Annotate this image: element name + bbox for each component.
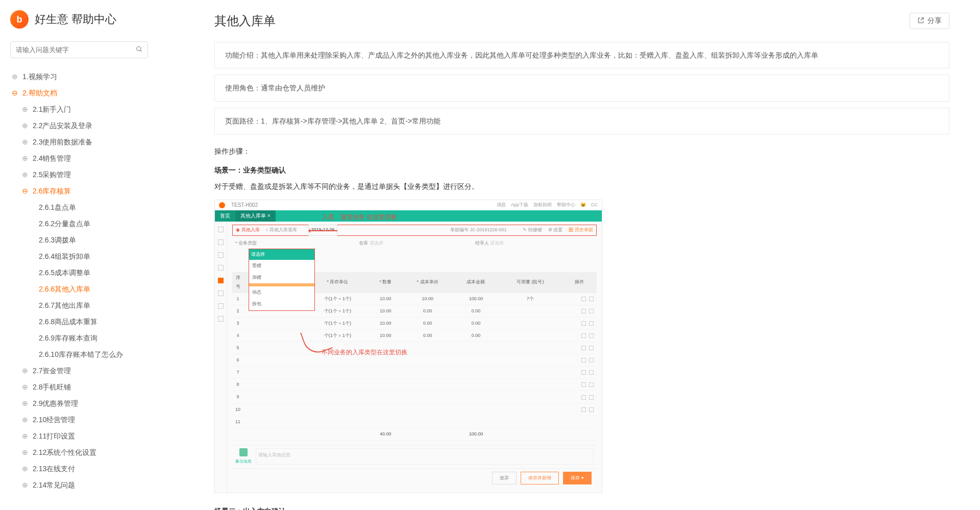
ss-cancel-button: 放弃 <box>492 472 517 484</box>
plus-icon: ⊕ <box>20 411 30 428</box>
ss-dropdown: 请选择 受赠 加赠 动态 拆包 <box>249 249 315 310</box>
scene1-desc: 对于受赠、盘盈或是拆装入库等不同的业务，是通过单据头【业务类型】进行区分。 <box>214 180 949 193</box>
nav-sales-mgmt[interactable]: ⊕2.4销售管理 <box>10 150 148 166</box>
ss-annotation-1: 入库、退货业务 在这里切换 <box>322 211 397 223</box>
nav-tree: ⊕1.视频学习 ⊖2.帮助文档 ⊕2.1新手入门 ⊕2.2产品安装及登录 ⊕2.… <box>10 68 148 493</box>
nav-print-settings[interactable]: ⊕2.11打印设置 <box>10 428 148 444</box>
ss-side-icon <box>218 316 224 322</box>
nav-purchase-mgmt[interactable]: ⊕2.5采购管理 <box>10 166 148 183</box>
share-icon <box>917 17 924 26</box>
table-row: 3个(1个 = 1个)10.000.000.00 <box>232 317 597 329</box>
nav-other-outbound[interactable]: 2.6.7其他出库单 <box>10 297 148 313</box>
plus-icon: ⊕ <box>20 395 30 411</box>
nav-system-personalize[interactable]: ⊕2.12系统个性化设置 <box>10 444 148 460</box>
ss-side-icon <box>218 239 224 245</box>
minus-icon: ⊖ <box>10 85 19 101</box>
ss-top-app: App下载 <box>511 201 528 209</box>
path-box: 页面路径：1、库存核算->库存管理->其他入库单 2、首页->常用功能 <box>214 108 949 134</box>
ss-side-icon <box>218 290 224 296</box>
page-title: 其他入库单 <box>214 13 276 29</box>
main-content: 其他入库单 分享 功能介绍：其他入库单用来处理除采购入库、产成品入库之外的其他入… <box>158 0 980 510</box>
ss-side-icon <box>218 227 224 232</box>
table-row: 11 <box>232 416 597 428</box>
plus-icon: ⊕ <box>20 166 30 183</box>
ss-top-collab: 加权协同 <box>533 201 552 209</box>
ss-tab-home: 首页 <box>215 210 235 222</box>
nav-transfer[interactable]: 2.6.3调拨单 <box>10 232 148 248</box>
ss-save-add-button: 保存并新增 <box>521 472 559 484</box>
table-row: 8 <box>232 379 597 391</box>
table-row: 10 <box>232 403 597 416</box>
nav-biz-mgmt[interactable]: ⊕2.10经营管理 <box>10 411 148 428</box>
ss-side-icon <box>218 252 224 258</box>
nav-faq[interactable]: ⊕2.14常见问题 <box>10 477 148 493</box>
ss-side-icon <box>218 265 224 271</box>
plus-icon: ⊕ <box>20 117 30 134</box>
table-totals: 40.00100.00 <box>232 428 597 440</box>
nav-coupon-mgmt[interactable]: ⊕2.9优惠券管理 <box>10 395 148 411</box>
plus-icon: ⊕ <box>20 362 30 379</box>
scene2-title: 场景二：出入方向确认 <box>214 504 949 510</box>
ss-annotation-2: 不同业务的入库类型在这里切换 <box>322 347 407 358</box>
ss-account: TEST-H002 <box>231 200 258 210</box>
intro-box: 功能介绍：其他入库单用来处理除采购入库、产成品入库之外的其他入库业务，因此其他入… <box>214 42 949 68</box>
nav-stocktake[interactable]: 2.6.1盘点单 <box>10 199 148 215</box>
nav-mobile-shop[interactable]: ⊕2.8手机旺铺 <box>10 379 148 395</box>
logo-text: 好生意 帮助中心 <box>35 12 116 27</box>
ss-top-help: 帮助中心 <box>557 201 575 209</box>
search-input[interactable] <box>10 41 148 58</box>
ss-tab-doc: 其他入库单 × <box>235 210 276 222</box>
article-body: 操作步骤： 场景一：业务类型确认 对于受赠、盘盈或是拆装入库等不同的业务，是通过… <box>214 144 949 510</box>
nav-recalc-cost[interactable]: 2.6.8商品成本重算 <box>10 313 148 330</box>
nav-online-pay[interactable]: ⊕2.13在线支付 <box>10 460 148 477</box>
nav-partial-stocktake[interactable]: 2.6.2分量盘点单 <box>10 215 148 232</box>
nav-help-docs[interactable]: ⊖2.帮助文档 <box>10 85 148 101</box>
ss-save-button: 保存 ▾ <box>563 472 592 484</box>
ss-logo-icon <box>219 202 225 208</box>
plus-icon: ⊕ <box>20 150 30 166</box>
sidebar: b 好生意 帮助中心 ⊕1.视频学习 ⊖2.帮助文档 ⊕2.1新手入门 ⊕2.2… <box>0 0 158 510</box>
plus-icon: ⊕ <box>20 428 30 444</box>
minus-icon: ⊖ <box>20 183 30 199</box>
nav-assembly[interactable]: 2.6.4组装拆卸单 <box>10 248 148 264</box>
ss-radio-return: ○ 其他入库退库 <box>266 226 298 234</box>
plus-icon: ⊕ <box>20 101 30 117</box>
nav-fund-mgmt[interactable]: ⊕2.7资金管理 <box>10 362 148 379</box>
ss-radio-inbound: ◉ 其他入库 <box>236 226 260 234</box>
nav-ledger-fix[interactable]: 2.6.10库存账本错了怎么办 <box>10 346 148 362</box>
plus-icon: ⊕ <box>20 379 30 395</box>
nav-inventory-costing[interactable]: ⊖2.6库存核算 <box>10 183 148 199</box>
role-box: 使用角色：通常由仓管人员维护 <box>214 75 949 101</box>
embedded-screenshot: TEST-H002 消息 App下载 加权协同 帮助中心 😺 CC 首页 其他入… <box>214 200 602 493</box>
scene1-title: 场景一：业务类型确认 <box>214 163 949 177</box>
plus-icon: ⊕ <box>20 134 30 150</box>
ss-top-msg: 消息 <box>497 201 506 209</box>
share-button[interactable]: 分享 <box>910 13 949 29</box>
table-row: 6 <box>232 354 597 367</box>
table-row: 5 <box>232 342 597 354</box>
nav-install-login[interactable]: ⊕2.2产品安装及登录 <box>10 117 148 134</box>
plus-icon: ⊕ <box>20 460 30 477</box>
ss-user: CC <box>591 201 598 209</box>
table-row: 4个(1个 = 1个)10.000.000.00 <box>232 329 597 342</box>
search-box <box>10 41 148 58</box>
table-row: 7 <box>232 367 597 379</box>
plus-icon: ⊕ <box>20 444 30 460</box>
nav-getting-started[interactable]: ⊕2.1新手入门 <box>10 101 148 117</box>
nav-video-learning[interactable]: ⊕1.视频学习 <box>10 68 148 85</box>
ss-avatar-icon: 😺 <box>580 201 586 209</box>
nav-cost-adjust[interactable]: 2.6.5成本调整单 <box>10 264 148 281</box>
steps-label: 操作步骤： <box>214 144 949 158</box>
nav-data-prep[interactable]: ⊕2.3使用前数据准备 <box>10 134 148 150</box>
table-row: 9 <box>232 391 597 403</box>
nav-other-inbound[interactable]: 2.6.6其他入库单 <box>10 281 148 297</box>
logo: b 好生意 帮助中心 <box>10 10 148 29</box>
ss-note-input: 请输入其他信息 <box>256 448 594 465</box>
ss-side-icon <box>218 278 224 283</box>
logo-icon: b <box>10 10 29 29</box>
nav-ledger-query[interactable]: 2.6.9库存账本查询 <box>10 330 148 346</box>
ss-side-icon <box>218 303 224 309</box>
ss-note-icon <box>239 448 248 456</box>
plus-icon: ⊕ <box>10 68 19 85</box>
plus-icon: ⊕ <box>20 477 30 493</box>
